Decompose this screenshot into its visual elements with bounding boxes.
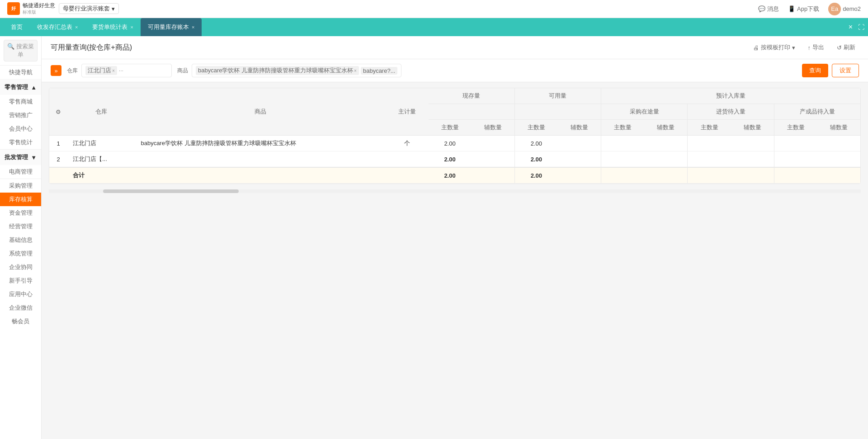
col-in-aux: 辅数量 — [731, 120, 774, 136]
message-label: 消息 — [767, 5, 779, 13]
table-row: 2 江北门店【... 2.00 2.00 — [49, 151, 860, 168]
sidebar-item-retail-stats[interactable]: 零售统计 — [0, 136, 41, 149]
basic-info-label: 基础信息 — [9, 236, 33, 243]
row2-in-main — [688, 151, 731, 168]
query-button[interactable]: 查询 — [802, 64, 828, 77]
tab-available-close[interactable]: × — [192, 24, 194, 30]
filter-warehouse-group: 仓库 江北门店 × ··· — [67, 64, 172, 77]
col-avail-sub — [514, 104, 601, 120]
print-button[interactable]: 🖨 按模板打印 ▾ — [750, 42, 799, 53]
summary-row: 合计 2.00 2.00 — [49, 167, 860, 184]
tab-order-stats[interactable]: 要货单统计表 × — [85, 18, 140, 36]
sidebar-item-operations[interactable]: 经营管理 — [0, 220, 41, 233]
filter-expand-button[interactable]: » — [51, 65, 61, 76]
sidebar-item-chang-member[interactable]: 畅会员 — [0, 315, 41, 328]
sidebar: 🔍 搜索菜单 快捷导航 零售管理 ▲ 零售商城 营销推广 会员中心 零售统计 — [0, 36, 42, 439]
sidebar-item-retail-mall[interactable]: 零售商城 — [0, 95, 41, 109]
search-menu-button[interactable]: 🔍 搜索菜单 — [4, 40, 38, 61]
tab-receive-close[interactable]: × — [75, 24, 78, 30]
sidebar-section-retail: 零售管理 ▲ 零售商城 营销推广 会员中心 零售统计 — [0, 80, 41, 150]
main-layout: 🔍 搜索菜单 快捷导航 零售管理 ▲ 零售商城 营销推广 会员中心 零售统计 — [0, 36, 868, 439]
row1-product: babycare学饮杯 儿童防摔防撞吸管杯重力球吸嘴杯宝宝水杯 — [135, 136, 385, 151]
row1-avail-main: 2.00 — [514, 136, 558, 151]
warehouse-filter-input[interactable]: 江北门店 × ··· — [81, 64, 172, 77]
sidebar-item-finance[interactable]: 资金管理 — [0, 206, 41, 220]
scrollbar-thumb[interactable] — [103, 189, 239, 193]
sidebar-item-app-center[interactable]: 应用中心 — [0, 288, 41, 301]
user-area[interactable]: Ea demo2 — [828, 3, 861, 15]
logo-sub: 标准版 — [23, 9, 55, 15]
settings-button[interactable]: 设置 — [832, 64, 859, 77]
sidebar-item-quick-nav[interactable]: 快捷导航 — [0, 66, 41, 80]
refresh-button[interactable]: ↺ 刷新 — [833, 42, 859, 53]
row2-unit — [386, 151, 429, 168]
tab-home[interactable]: 首页 — [4, 18, 30, 36]
message-action[interactable]: 💬 消息 — [758, 5, 779, 13]
user-name: demo2 — [843, 5, 861, 12]
sidebar-item-enterprise-collab[interactable]: 企业协同 — [0, 260, 41, 274]
logo-area: 好 畅捷通好生意 标准版 — [7, 2, 55, 15]
nav-close-button[interactable]: × — [847, 23, 854, 31]
filter-product-group: 商品 babycare学饮杯 儿童防摔防撞吸管杯重力球吸嘴杯宝宝水杯 × bab… — [177, 64, 401, 77]
sidebar-item-basic-info[interactable]: 基础信息 — [0, 233, 41, 247]
sidebar-item-marketing[interactable]: 营销推广 — [0, 109, 41, 122]
warehouse-more-icon[interactable]: ··· — [119, 67, 123, 74]
product-tag-2-text: babycare?... — [363, 67, 396, 74]
col-unit-header: 主计量 — [386, 88, 429, 136]
logo-icon: 好 — [7, 2, 20, 15]
system-label: 系统管理 — [9, 250, 33, 257]
horizontal-scrollbar[interactable] — [49, 189, 861, 193]
sidebar-section-wholesale: 批发管理 ▼ 电商管理 — [0, 150, 41, 179]
tab-order-label: 要货单统计表 — [92, 23, 127, 31]
sidebar-section-wholesale-header[interactable]: 批发管理 ▼ — [0, 150, 41, 165]
sidebar-item-membership[interactable]: 会员中心 — [0, 122, 41, 136]
chang-member-label: 畅会员 — [12, 318, 29, 325]
summary-settings-col — [49, 167, 67, 184]
sidebar-item-ecommerce[interactable]: 电商管理 — [0, 165, 41, 179]
page-header: 可用量查询(按仓库+商品) 🖨 按模板打印 ▾ ↑ 导出 ↺ 刷新 — [42, 36, 868, 59]
ecommerce-label: 电商管理 — [9, 168, 33, 175]
industry-label: 母婴行业演示账套 — [63, 5, 110, 13]
tab-home-label: 首页 — [11, 23, 23, 31]
industry-selector[interactable]: 母婴行业演示账套 ▾ — [59, 3, 119, 14]
col-prod-aux: 辅数量 — [817, 120, 860, 136]
retail-mall-label: 零售商城 — [9, 98, 33, 105]
nav-expand-button[interactable]: ⛶ — [858, 24, 864, 31]
row1-prod-aux — [817, 136, 860, 151]
summary-label: 合计 — [67, 167, 429, 184]
product-tag-1-close[interactable]: × — [354, 68, 357, 73]
settings-icon: ⚙ — [56, 109, 61, 115]
tab-order-close[interactable]: × — [130, 24, 133, 30]
row2-pur-aux — [644, 151, 688, 168]
row1-in-aux — [731, 136, 774, 151]
summary-prod-aux — [817, 167, 860, 184]
quick-nav-label: 快捷导航 — [9, 69, 33, 76]
col-prod-main: 主数量 — [774, 120, 817, 136]
col-in-main: 主数量 — [688, 120, 731, 136]
export-button[interactable]: ↑ 导出 — [804, 42, 828, 53]
sidebar-item-system[interactable]: 系统管理 — [0, 247, 41, 260]
sidebar-item-inventory[interactable]: 库存核算 — [0, 193, 41, 206]
message-icon: 💬 — [758, 5, 765, 12]
sidebar-item-purchase[interactable]: 采购管理 — [0, 179, 41, 193]
warehouse-tag-close[interactable]: × — [112, 68, 115, 73]
table-row: 1 江北门店 babycare学饮杯 儿童防摔防撞吸管杯重力球吸嘴杯宝宝水杯 个… — [49, 136, 860, 151]
summary-stock-main: 2.00 — [429, 167, 472, 184]
export-label: 导出 — [812, 43, 824, 52]
tab-receive-summary[interactable]: 收发存汇总表 × — [30, 18, 85, 36]
summary-in-main — [688, 167, 731, 184]
summary-prod-main — [774, 167, 817, 184]
app-download-action[interactable]: 📱 App下载 — [788, 5, 819, 13]
sidebar-item-new-guide[interactable]: 新手引导 — [0, 274, 41, 288]
inventory-label: 库存核算 — [9, 196, 33, 203]
col-settings[interactable]: ⚙ — [49, 88, 67, 136]
product-filter-input[interactable]: babycare学饮杯 儿童防摔防撞吸管杯重力球吸嘴杯宝宝水杯 × babyca… — [192, 64, 401, 77]
row2-stock-main: 2.00 — [429, 151, 472, 168]
tab-available-label: 可用量库存账本 — [148, 23, 189, 31]
sidebar-section-retail-header[interactable]: 零售管理 ▲ — [0, 80, 41, 95]
col-prod-sub: 产成品待入量 — [774, 104, 860, 120]
tab-available-inventory[interactable]: 可用量库存账本 × — [141, 18, 202, 36]
purchase-label: 采购管理 — [9, 182, 33, 189]
sidebar-item-enterprise-wechat[interactable]: 企业微信 — [0, 301, 41, 315]
row1-pur-main — [601, 136, 645, 151]
